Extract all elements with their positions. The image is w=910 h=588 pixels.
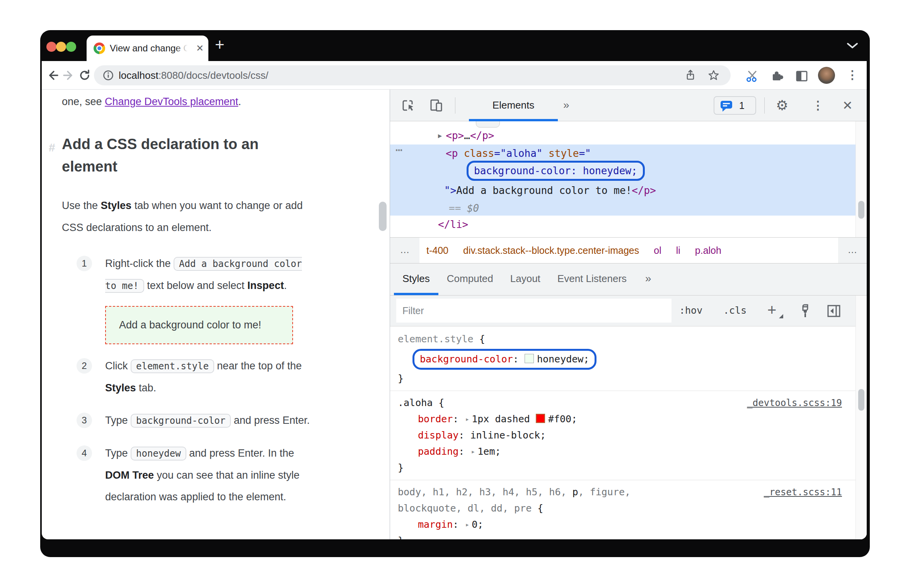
styles-pane: element.style { background-color: honeyd… — [390, 326, 856, 539]
side-panel-icon[interactable] — [795, 70, 809, 83]
new-tab-button[interactable]: + — [215, 30, 225, 61]
dom-node-collapsed-p[interactable]: ▶<p>…</p> — [438, 127, 494, 144]
source-link-devtools-scss[interactable]: _devtools.scss:19 — [747, 395, 842, 411]
back-icon[interactable] — [46, 69, 60, 82]
new-rule-menu-triangle — [779, 314, 783, 318]
rendering-brush-icon[interactable] — [795, 303, 811, 319]
site-info-icon[interactable] — [102, 70, 114, 81]
more-panels-icon[interactable]: » — [563, 90, 569, 121]
tab-title-fade — [175, 39, 193, 59]
browser-tab[interactable]: View and change CSS - Chrom ✕ — [87, 36, 208, 61]
declaration-padding[interactable]: padding: ▸1em; — [398, 444, 842, 460]
traffic-light-zoom[interactable] — [66, 42, 76, 52]
css-property-value[interactable]: honeydew; — [537, 353, 589, 365]
doc-scrollbar-thumb[interactable] — [379, 202, 387, 231]
show-sidebar-panel-icon[interactable] — [826, 303, 842, 319]
change-devtools-placement-link[interactable]: Change DevTools placement — [105, 96, 238, 107]
inline-code: element.style — [131, 359, 214, 373]
chrome-favicon-icon — [94, 42, 105, 54]
dom-node-selected[interactable]: ⋯ <p class="aloha" style=" background-co… — [390, 144, 856, 216]
styles-filter-input[interactable] — [396, 299, 671, 323]
tab-styles[interactable]: Styles — [394, 263, 438, 295]
toggle-hover-state-button[interactable]: :hov — [679, 296, 702, 326]
devtools-panel: Elements » 1 ⚙ ⋮ ✕ ▶<p>…</p> ⋯ <p class=… — [390, 90, 867, 539]
url-text: localhost:8080/docs/devtools/css/ — [119, 65, 268, 85]
doc-partial-line: one, see Change DevTools placement. — [62, 91, 376, 112]
tab-event-listeners[interactable]: Event Listeners — [549, 263, 635, 295]
breadcrumb-item[interactable]: li — [676, 245, 680, 256]
step-number: 3 — [77, 413, 92, 428]
step-number: 1 — [77, 256, 92, 271]
dom-scrollbar-track[interactable] — [855, 121, 867, 237]
issues-counter-button[interactable]: 1 — [714, 96, 756, 115]
forward-icon[interactable] — [62, 69, 75, 82]
tab-computed[interactable]: Computed — [438, 263, 502, 295]
rule-divider — [390, 480, 856, 480]
address-bar[interactable]: localhost:8080/docs/devtools/css/ — [94, 65, 731, 85]
breadcrumb-item[interactable]: t-400 — [426, 245, 448, 256]
dom-scrollbar-thumb[interactable] — [858, 201, 864, 219]
node-options-dots-icon[interactable]: ⋯ — [395, 143, 404, 156]
step-number: 4 — [77, 445, 92, 461]
color-swatch-honeydew[interactable] — [525, 354, 534, 363]
declaration-display[interactable]: display: inline-block; — [398, 427, 842, 444]
dom-node-close-li[interactable]: </li> — [438, 216, 468, 233]
settings-gear-icon[interactable]: ⚙ — [776, 90, 788, 121]
doc-content-pane: one, see Change DevTools placement. #Add… — [42, 90, 376, 539]
source-link-reset-scss[interactable]: _reset.scss:11 — [764, 484, 842, 500]
browser-menu-kebab-icon[interactable]: ⋮ — [847, 63, 858, 87]
rule-element-style: element.style { background-color: honeyd… — [398, 331, 842, 387]
expand-longhand-icon: ▸ — [465, 520, 469, 529]
styles-scrollbar-thumb[interactable] — [858, 389, 864, 411]
declaration-margin[interactable]: margin: ▸0; — [398, 517, 842, 533]
rule-aloha: _devtools.scss:19.aloha { border: ▸1px d… — [398, 395, 842, 476]
step-number: 2 — [77, 358, 92, 374]
color-swatch-red[interactable] — [536, 414, 545, 423]
toggle-class-button[interactable]: .cls — [723, 296, 746, 326]
demo-paragraph-aloha[interactable]: Add a background color to me! — [105, 306, 293, 344]
traffic-light-minimize[interactable] — [56, 42, 66, 52]
chevron-down-icon[interactable] — [847, 42, 858, 49]
scissors-extension-icon[interactable] — [745, 69, 759, 83]
style-attribute-highlight-ring[interactable]: background-color: honeydew; — [467, 161, 645, 181]
close-devtools-icon[interactable]: ✕ — [842, 90, 853, 121]
device-toolbar-icon[interactable] — [429, 98, 444, 113]
matched-selector-p[interactable]: p — [573, 486, 578, 498]
devtools-menu-kebab-icon[interactable]: ⋮ — [812, 90, 824, 121]
selector-element-style[interactable]: element.style — [398, 333, 474, 345]
page-heading: #Add a CSS declaration to an element — [62, 133, 286, 178]
reload-icon[interactable] — [78, 69, 91, 82]
styles-filter-bar: :hov .cls + — [390, 296, 856, 326]
breadcrumb-item[interactable]: ol — [654, 245, 661, 256]
bookmark-star-icon[interactable] — [707, 69, 720, 82]
expand-longhand-icon: ▸ — [471, 447, 475, 455]
heading-anchor-hash[interactable]: # — [49, 136, 55, 159]
share-icon[interactable] — [684, 69, 697, 82]
new-style-rule-button[interactable]: + — [767, 296, 776, 324]
declaration-highlight-ring[interactable]: background-color: honeydew; — [412, 349, 596, 370]
styles-scrollbar-track[interactable] — [855, 296, 867, 539]
breadcrumb-item-selected[interactable]: p.aloh — [695, 245, 721, 256]
expand-longhand-icon: ▸ — [465, 415, 469, 423]
window-titlebar: View and change CSS - Chrom ✕ + — [40, 30, 870, 61]
more-tabs-icon[interactable]: » — [645, 263, 651, 295]
close-tab-icon[interactable]: ✕ — [196, 36, 204, 61]
breadcrumb-overflow-right[interactable]: … — [838, 238, 867, 263]
browser-toolbar: localhost:8080/docs/devtools/css/ ⋮ — [42, 61, 867, 90]
breadcrumb-item[interactable]: div.stack.stack--block.type.center-image… — [463, 245, 639, 256]
inline-code: background-color — [131, 414, 231, 428]
tab-layout[interactable]: Layout — [502, 263, 549, 295]
declaration-border[interactable]: border: ▸1px dashed #f00; — [398, 411, 842, 427]
expand-arrow-icon: ▶ — [438, 132, 442, 139]
breadcrumb-overflow-left[interactable]: … — [390, 238, 419, 263]
doc-step-4: 4 Type honeydew and press Enter. In the … — [62, 442, 314, 508]
profile-avatar[interactable] — [818, 67, 835, 84]
inspect-element-icon[interactable] — [401, 98, 416, 113]
traffic-light-close[interactable] — [46, 42, 56, 52]
doc-step-1: 1 Right-click the Add a background color… — [62, 253, 314, 344]
browser-viewport: one, see Change DevTools placement. #Add… — [42, 90, 867, 539]
selector-aloha[interactable]: .aloha — [398, 397, 433, 408]
tab-elements[interactable]: Elements — [469, 90, 558, 121]
extensions-puzzle-icon[interactable] — [770, 69, 784, 83]
css-property-name[interactable]: background-color — [420, 353, 513, 365]
